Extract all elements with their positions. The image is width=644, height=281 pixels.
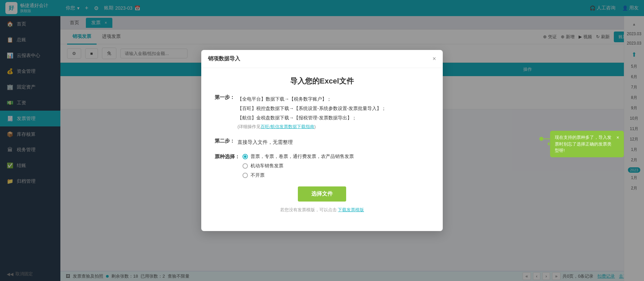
import-modal: 销项数据导入 × 导入您的Excel文件 第一步： 【全电平台】数据下载→【税务… (201, 50, 443, 231)
modal-main-title: 导入您的Excel文件 (215, 76, 429, 86)
step1-link[interactable]: 百旺/航信发票数据下载指南 (261, 124, 314, 129)
step2-content: 直接导入文件，无需整理 (237, 139, 293, 146)
step1-note: (详细操作见百旺/航信发票数据下载指南) (237, 122, 386, 131)
tooltip-text: 现在支持的票种多了，导入发票时别忘了选择正确的发票类型呀! (555, 135, 611, 153)
radio-option-0[interactable]: 普票，专票，卷票，通行费发票，农产品销售发票 (243, 154, 354, 160)
modal-bottom-note: 若您没有发票模版，可以点击 下载发票模版 (215, 207, 429, 213)
step2-label: 第二步： (215, 138, 235, 144)
step1-line1: 【全电平台】数据下载→【税务数字账户】； (237, 94, 386, 104)
modal-close-btn[interactable]: × (432, 55, 436, 62)
ticket-label: 票种选择： (215, 154, 240, 160)
radio-circle-0 (243, 154, 248, 159)
radio-label-2: 不开票 (251, 172, 265, 178)
radio-dot-0 (244, 155, 247, 158)
download-template-link[interactable]: 下载发票模版 (338, 207, 364, 212)
step2-row: 第二步： 直接导入文件，无需整理 (215, 138, 429, 147)
modal-title: 销项数据导入 (208, 55, 240, 62)
radio-circle-2 (243, 173, 248, 178)
step1-content: 【全电平台】数据下载→【税务数字账户】； 【百旺】税控盘数据下载→【系统设置-系… (237, 94, 386, 131)
radio-option-2[interactable]: 不开票 (243, 172, 354, 178)
step1-line3: 【航信】金税盘数据下载→【报税管理-发票数据导出】； (237, 113, 386, 122)
tooltip-bubble: × 现在支持的票种多了，导入发票时别忘了选择正确的发票类型呀! (550, 131, 624, 157)
step1-line2: 【百旺】税控盘数据下载→【系统设置-系统参数设置-发票批量导入】； (237, 104, 386, 113)
modal-body: 导入您的Excel文件 第一步： 【全电平台】数据下载→【税务数字账户】； 【百… (201, 68, 443, 221)
step1-label: 第一步： (215, 94, 235, 101)
ticket-section: 票种选择： 普票，专票，卷票，通行费发票，农产品销售发票 机动车销售发票 (215, 154, 429, 178)
step2-section: 第二步： 直接导入文件，无需整理 (215, 138, 429, 147)
modal-header: 销项数据导入 × (201, 50, 443, 68)
radio-label-1: 机动车销售发票 (251, 163, 283, 169)
tooltip-close-btn[interactable]: × (616, 134, 619, 141)
radio-option-1[interactable]: 机动车销售发票 (243, 163, 354, 169)
ticket-row: 票种选择： 普票，专票，卷票，通行费发票，农产品销售发票 机动车销售发票 (215, 154, 429, 178)
step1-row: 第一步： 【全电平台】数据下载→【税务数字账户】； 【百旺】税控盘数据下载→【系… (215, 94, 429, 131)
step1-section: 第一步： 【全电平台】数据下载→【税务数字账户】； 【百旺】税控盘数据下载→【系… (215, 94, 429, 131)
modal-overlay: 销项数据导入 × 导入您的Excel文件 第一步： 【全电平台】数据下载→【税务… (0, 0, 644, 281)
radio-label-0: 普票，专票，卷票，通行费发票，农产品销售发票 (251, 154, 354, 160)
radio-group: 普票，专票，卷票，通行费发票，农产品销售发票 机动车销售发票 不开票 (243, 154, 354, 178)
tooltip-dot (539, 137, 543, 141)
modal-footer: 选择文件 (215, 186, 429, 202)
radio-circle-1 (243, 163, 248, 169)
select-file-btn[interactable]: 选择文件 (298, 186, 346, 202)
